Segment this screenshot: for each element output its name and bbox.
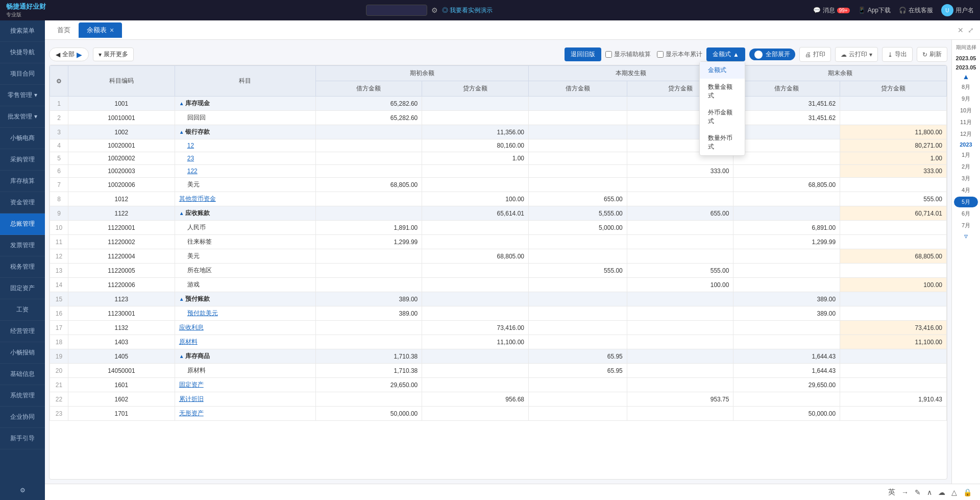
search-input[interactable] [366,5,427,16]
top-bar-right: 💬 消息 99+ 📱 App下载 🎧 在线客服 U 用户名 [813,4,974,16]
sidebar-item-search[interactable]: 搜索菜单 [0,20,45,42]
table-row: 4100200011280,160.00111.0080,271.00 [50,139,947,152]
app-download-btn[interactable]: 📱 App下载 [858,6,891,15]
bottom-bar: 英 → ✎ ∧ ☁ △ 🔒 [45,484,980,500]
sidebar-item-salary[interactable]: 工资 [0,299,45,321]
bottom-right: 英 → ✎ ∧ ☁ △ 🔒 [888,488,972,497]
table-row: 710020006美元68,805.0068,805.00 [50,178,947,192]
sidebar-item-stock[interactable]: 库存核算 [0,171,45,192]
tab-bar: 首页 余额表 × ✕ ⤢ [45,20,980,40]
sidebar-item-quick-nav[interactable]: 快捷导航 [0,42,45,63]
expand-all-toggle[interactable]: 全部展开 [749,49,795,60]
dropdown-item-fx-amount[interactable]: 外币金额式 [700,104,745,130]
top-bar-center: ⚙ ◎ 我要看实例演示 [366,5,493,16]
return-old-btn[interactable]: 退回旧版 [565,47,601,61]
period-8[interactable]: 8月 [954,82,978,92]
expand-more-btn[interactable]: ▾ 展开更多 [93,47,134,61]
main-layout: 搜索菜单 快捷导航 项目合同 零售管理 ▾ 批发管理 ▾ 小畅电商 采购管理 库… [0,20,980,500]
table-row: 171132应收利息73,416.0073,416.00 [50,321,947,335]
table-row: 1411220006游戏100.00100.00 [50,278,947,292]
tab-close-btn[interactable]: × [110,26,114,34]
user-avatar[interactable]: U 用户名 [941,4,974,16]
expand-icon[interactable]: ▲ [179,101,184,106]
expand-icon[interactable]: ▲ [179,210,184,216]
tab-yuebiaoactive[interactable]: 余额表 × [79,22,122,38]
sidebar-item-tax[interactable]: 税务管理 [0,256,45,278]
th-closing: 期末余额 [733,66,947,81]
period-6[interactable]: 6月 [954,208,978,219]
table-area: ◀ 全部 ▶ ▾ 展开更多 退回旧版 显示辅助核算 [45,40,951,484]
bottom-icon-7[interactable]: 🔒 [963,488,972,496]
period-11[interactable]: 11月 [954,117,978,128]
sidebar-item-purchase[interactable]: 采购管理 [0,149,45,171]
style-btn[interactable]: 金额式 ▲ [706,47,745,61]
cloud-print-btn[interactable]: ☁ 云打印 ▾ [835,47,878,62]
tab-expand-icon[interactable]: ⤢ [968,26,974,34]
period-9[interactable]: 9月 [954,93,978,104]
style-dropdown-container: 金额式 ▲ 金额式 数量金额式 外币金额式 数量外币式 [706,47,745,61]
sidebar-settings-icon[interactable]: ⚙ [0,481,45,500]
gear-icon[interactable]: ⚙ [431,6,438,14]
checkbox-group: 显示辅助核算 显示本年累计 [605,50,702,59]
period-12[interactable]: 12月 [954,129,978,139]
table-row: 181403原材料11,100.0011,100.00 [50,335,947,349]
sidebar-item-coop[interactable]: 企业协同 [0,407,45,428]
period-10[interactable]: 10月 [954,105,978,116]
sidebar-item-general[interactable]: 总账管理 [0,213,45,235]
refresh-btn[interactable]: ↻ 刷新 [917,47,947,62]
th-opening: 期初余额 [315,66,528,81]
online-service-btn[interactable]: 🎧 在线客服 [899,6,933,15]
sidebar-item-wholesale[interactable]: 批发管理 ▾ [0,106,45,128]
tab-home[interactable]: 首页 [51,22,77,38]
sidebar-item-capital[interactable]: 资金管理 [0,192,45,213]
expand-icon[interactable]: ▲ [179,129,184,135]
demo-link[interactable]: ◎ 我要看实例演示 [442,6,493,15]
sidebar-item-eshop[interactable]: 小畅电商 [0,128,45,149]
bottom-icon-4[interactable]: ∧ [927,488,932,496]
table-row: 81012其他货币资金100.00655.00555.00 [50,192,947,206]
expand-icon[interactable]: ▲ [179,296,184,302]
sidebar-item-retail[interactable]: 零售管理 ▾ [0,85,45,106]
period-up-nav[interactable]: ▲ [963,73,970,81]
period-4[interactable]: 4月 [954,185,978,196]
bottom-icon-5[interactable]: ☁ [938,488,945,496]
sidebar-item-operation[interactable]: 经营管理 [0,321,45,342]
notification-btn[interactable]: 💬 消息 99+ [813,6,850,15]
dropdown-item-qty-amount[interactable]: 数量金额式 [700,79,745,104]
sidebar-item-basic[interactable]: 基础信息 [0,364,45,385]
table-row: 1111220002往来标签1,299.991,299.99 [50,235,947,249]
page-content: ◀ 全部 ▶ ▾ 展开更多 退回旧版 显示辅助核算 [45,40,980,484]
sidebar-item-guide[interactable]: 新手引导 [0,428,45,449]
print-btn[interactable]: 🖨 打印 [799,47,831,62]
show-yearly-checkbox[interactable]: 显示本年累计 [657,50,702,59]
export-btn[interactable]: ⤓ 导出 [882,47,913,62]
sidebar-item-report[interactable]: 小畅报销 [0,342,45,364]
table-row: 1011220001人民币1,891.005,000.006,891.00 [50,221,947,235]
sidebar-item-fixed[interactable]: 固定资产 [0,278,45,299]
th-name: 科目 [175,66,315,97]
balance-table: ⚙ 科目编码 科目 期初余额 本期发生额 期末余额 借方金额 贷方金额 借方金额 [50,65,947,421]
sidebar-item-invoice[interactable]: 发票管理 [0,235,45,256]
bottom-icon-6[interactable]: △ [951,488,957,496]
period-down-nav[interactable]: ▿ [964,232,968,240]
show-assist-checkbox[interactable]: 显示辅助核算 [605,50,651,59]
bottom-icon-1[interactable]: 英 [888,488,895,497]
sidebar-item-project[interactable]: 项目合同 [0,63,45,85]
period-2[interactable]: 2月 [954,161,978,172]
all-filter-btn[interactable]: ◀ 全部 ▶ [49,47,89,61]
dropdown-item-qty-fx[interactable]: 数量外币式 [700,130,745,155]
bottom-icon-3[interactable]: ✎ [915,488,921,496]
tab-minimize-icon[interactable]: ✕ [958,26,964,34]
period-1[interactable]: 1月 [954,150,978,160]
th-settings[interactable]: ⚙ [50,66,68,97]
period-5[interactable]: 5月 [954,197,978,207]
top-bar-left: 畅捷通好业财 专业版 [6,2,46,18]
period-7[interactable]: 7月 [954,220,978,231]
table-row: 221602累计折旧956.68953.751,910.43 [50,392,947,407]
table-row: 211601固定资产29,650.0029,650.00 [50,378,947,392]
expand-icon[interactable]: ▲ [179,353,184,359]
bottom-icon-2[interactable]: → [901,488,909,496]
period-3[interactable]: 3月 [954,173,978,184]
sidebar-item-system[interactable]: 系统管理 [0,385,45,407]
dropdown-item-amount[interactable]: 金额式 [700,62,745,79]
